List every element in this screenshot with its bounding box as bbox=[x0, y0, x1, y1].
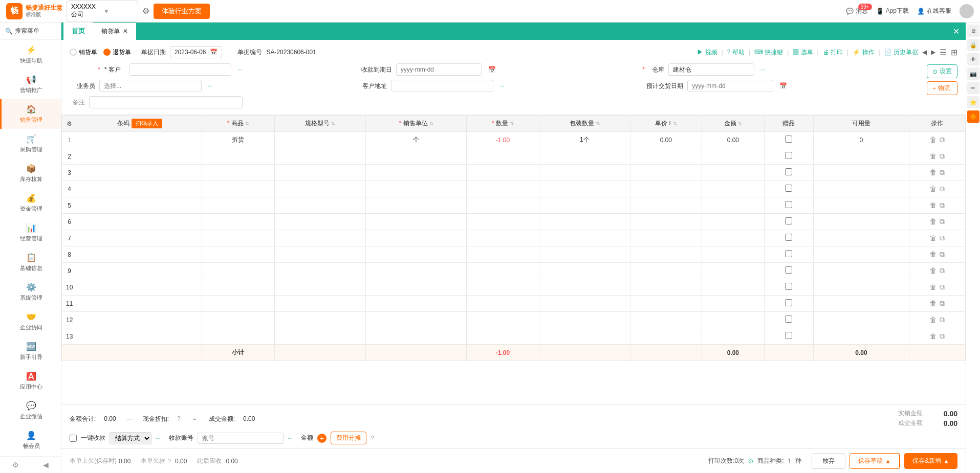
toolbar-shortcuts[interactable]: ⌨ 快捷键 bbox=[754, 48, 783, 57]
settings-icon[interactable]: ⚙ bbox=[142, 6, 149, 16]
row-pkgqty[interactable] bbox=[539, 214, 630, 230]
rp-icon-0[interactable]: 🖥 bbox=[967, 25, 979, 37]
rp-icon-5[interactable]: ⭐ bbox=[967, 96, 979, 108]
gift-checkbox[interactable] bbox=[785, 201, 792, 208]
row-unit[interactable] bbox=[366, 165, 467, 181]
discard-button[interactable]: 放弃 bbox=[812, 453, 845, 469]
row-unit[interactable]: 个 bbox=[366, 132, 467, 148]
copy-icon[interactable]: ⧉ bbox=[940, 152, 945, 161]
row-pkgqty[interactable] bbox=[539, 279, 630, 296]
row-amount[interactable] bbox=[702, 328, 764, 345]
calendar-icon[interactable]: 📅 bbox=[210, 49, 217, 56]
toolbar-print[interactable]: 🖨 打印 bbox=[823, 48, 843, 57]
copy-icon[interactable]: ⧉ bbox=[940, 250, 945, 259]
row-pkgqty[interactable] bbox=[539, 165, 630, 181]
table-settings-icon[interactable]: ⚙ bbox=[67, 120, 72, 127]
gift-checkbox[interactable] bbox=[785, 185, 792, 192]
one-key-payment-checkbox[interactable] bbox=[70, 435, 77, 442]
warehouse-input[interactable] bbox=[668, 63, 754, 76]
due-date-calendar-icon[interactable]: 📅 bbox=[488, 66, 496, 73]
row-goods[interactable] bbox=[202, 165, 274, 181]
product-types-icon[interactable]: ⊙ bbox=[748, 458, 753, 465]
row-goods[interactable] bbox=[202, 197, 274, 214]
settings-button[interactable]: ⊙ 设置 bbox=[927, 64, 957, 78]
row-qty[interactable] bbox=[467, 296, 539, 312]
delete-icon[interactable]: 🗑 bbox=[929, 152, 937, 161]
toolbar-prev[interactable]: ◀ bbox=[922, 49, 927, 56]
sidebar-item-wechat[interactable]: 💬 企业微信 bbox=[0, 396, 61, 425]
row-amount[interactable] bbox=[702, 165, 764, 181]
row-spec[interactable] bbox=[274, 181, 366, 197]
row-amount[interactable] bbox=[702, 214, 764, 230]
sidebar-item-purchase[interactable]: 🛒 采购管理 bbox=[0, 129, 61, 159]
row-goods[interactable] bbox=[202, 181, 274, 197]
gift-checkbox[interactable] bbox=[785, 136, 792, 143]
row-unit[interactable] bbox=[366, 263, 467, 279]
toolbar-grid-view[interactable]: ☰ bbox=[940, 48, 947, 57]
sidebar-item-guide[interactable]: 🆕 新手引导 bbox=[0, 336, 61, 366]
row-goods[interactable] bbox=[202, 312, 274, 328]
row-price[interactable] bbox=[630, 197, 702, 214]
row-amount[interactable] bbox=[702, 296, 764, 312]
row-spec[interactable] bbox=[274, 296, 366, 312]
delete-icon[interactable]: 🗑 bbox=[929, 283, 937, 291]
row-gift[interactable] bbox=[765, 328, 814, 345]
gift-checkbox[interactable] bbox=[785, 250, 792, 257]
notes-input[interactable] bbox=[89, 96, 243, 108]
arrears-info-icon[interactable]: ? bbox=[167, 458, 171, 465]
gift-checkbox[interactable] bbox=[785, 217, 792, 224]
row-price[interactable] bbox=[630, 296, 702, 312]
row-barcode[interactable] bbox=[77, 279, 202, 296]
toolbar-select[interactable]: ☰ 选单 bbox=[793, 48, 813, 57]
row-barcode[interactable] bbox=[77, 263, 202, 279]
row-qty[interactable] bbox=[467, 246, 539, 263]
toolbar-next[interactable]: ▶ bbox=[931, 49, 935, 56]
toolbar-operate[interactable]: ⚡ 操作 bbox=[853, 48, 874, 57]
row-unit[interactable] bbox=[366, 312, 467, 328]
row-price[interactable] bbox=[630, 148, 702, 165]
account-input[interactable] bbox=[198, 433, 284, 444]
row-pkgqty[interactable] bbox=[539, 263, 630, 279]
sidebar-item-sales[interactable]: 🏠 销售管理 bbox=[0, 99, 61, 129]
row-goods[interactable]: 拆货 bbox=[202, 132, 274, 148]
row-gift[interactable] bbox=[765, 148, 814, 165]
row-barcode[interactable] bbox=[77, 214, 202, 230]
delete-icon[interactable]: 🗑 bbox=[929, 234, 937, 242]
toolbar-help[interactable]: ? 帮助 bbox=[727, 48, 745, 57]
delete-icon[interactable]: 🗑 bbox=[929, 217, 937, 226]
row-amount[interactable] bbox=[702, 312, 764, 328]
radio-sale[interactable]: 销货单 bbox=[70, 48, 97, 57]
row-unit[interactable] bbox=[366, 148, 467, 165]
row-pkgqty[interactable]: 1个 bbox=[539, 132, 630, 148]
copy-icon[interactable]: ⧉ bbox=[940, 332, 945, 341]
sidebar-item-operations[interactable]: 📊 经营管理 bbox=[0, 218, 61, 247]
row-gift[interactable] bbox=[765, 279, 814, 296]
row-price[interactable] bbox=[630, 246, 702, 263]
row-unit[interactable] bbox=[366, 197, 467, 214]
radio-return[interactable]: 退货单 bbox=[103, 48, 131, 57]
row-amount[interactable] bbox=[702, 148, 764, 165]
payment-help-icon[interactable]: ? bbox=[371, 435, 374, 442]
customer-addr-more-icon[interactable]: ··· bbox=[499, 82, 505, 89]
row-gift[interactable] bbox=[765, 296, 814, 312]
row-gift[interactable] bbox=[765, 263, 814, 279]
row-barcode[interactable] bbox=[77, 197, 202, 214]
trial-button[interactable]: 体验行业方案 bbox=[154, 4, 210, 19]
sidebar-item-appstore[interactable]: 🅰️ 应用中心 bbox=[0, 366, 61, 396]
salesperson-input[interactable] bbox=[99, 80, 202, 92]
row-pkgqty[interactable] bbox=[539, 181, 630, 197]
row-unit[interactable] bbox=[366, 328, 467, 345]
row-barcode[interactable] bbox=[77, 328, 202, 345]
row-qty[interactable] bbox=[467, 312, 539, 328]
row-barcode[interactable] bbox=[77, 246, 202, 263]
row-price[interactable] bbox=[630, 181, 702, 197]
row-goods[interactable] bbox=[202, 148, 274, 165]
delete-icon[interactable]: 🗑 bbox=[929, 266, 937, 275]
rp-icon-3[interactable]: 📷 bbox=[967, 67, 979, 80]
copy-icon[interactable]: ⧉ bbox=[940, 283, 945, 291]
toolbar-video[interactable]: ▶ 视频 bbox=[697, 48, 717, 57]
row-price[interactable] bbox=[630, 263, 702, 279]
tab-sales-order[interactable]: 销货单 ✕ bbox=[93, 23, 136, 40]
row-price[interactable] bbox=[630, 312, 702, 328]
avatar[interactable] bbox=[960, 4, 974, 18]
